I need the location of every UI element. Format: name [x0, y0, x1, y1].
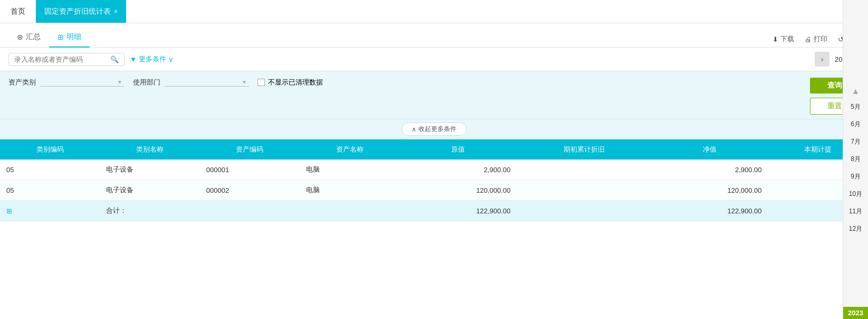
- cell-acc-depreciation: [517, 160, 651, 180]
- cell-asset-code: 000001: [200, 160, 300, 180]
- sidebar-month-7[interactable]: 7月: [843, 139, 868, 151]
- summary-acc-depreciation: [517, 201, 651, 221]
- tab-summary[interactable]: ⊛ 汇总: [8, 27, 49, 48]
- department-label: 使用部门: [133, 78, 160, 87]
- asset-category-select[interactable]: ▼: [40, 78, 125, 87]
- sidebar-month-10[interactable]: 10月: [843, 185, 868, 203]
- home-tab[interactable]: 首页: [0, 0, 36, 23]
- sidebar-month-8[interactable]: 8月: [843, 151, 868, 168]
- cell-asset-code: 000002: [200, 180, 300, 201]
- collapse-label: 收起更多条件: [418, 125, 456, 134]
- dropdown-arrow-icon: ▼: [117, 79, 122, 85]
- sub-tabs-bar: ⊛ 汇总 ⊞ 明细 ⬇ 下载 🖨 打印 ↺ 刷新: [0, 23, 868, 48]
- department-filter: 使用部门 ▼: [133, 78, 249, 87]
- summary-row: ⊞ 合计： 122,900.00 122,900.00: [0, 201, 868, 221]
- collapse-up-icon: ∧: [412, 126, 416, 133]
- tab-close-icon[interactable]: ×: [114, 8, 118, 15]
- dropdown-arrow-icon2: ▼: [242, 79, 247, 85]
- sidebar-month-12[interactable]: 12月: [843, 220, 868, 238]
- search-icon: 🔍: [110, 55, 119, 63]
- hide-cleared-checkbox-wrap[interactable]: 不显示已清理数据: [257, 78, 323, 87]
- collapse-button[interactable]: ∧ 收起更多条件: [402, 123, 466, 136]
- right-sidebar: ▲ 5月 6月 7月 8月 9月 10月 11月 12月 2023: [843, 139, 868, 319]
- summary-label: 合计：: [100, 201, 399, 221]
- print-label: 打印: [814, 34, 827, 44]
- top-nav: 首页 固定资产折旧统计表 × ✕: [0, 0, 868, 23]
- cell-category-code: 05: [0, 160, 100, 180]
- col-category-code: 类别编码: [0, 139, 100, 160]
- download-button[interactable]: ⬇ 下载: [772, 34, 794, 44]
- department-select[interactable]: ▼: [165, 78, 249, 87]
- table-row: 05 电子设备 000002 电脑 120,000.00 120,000.00: [0, 180, 868, 201]
- more-conditions-label: 更多条件: [139, 54, 166, 64]
- asset-category-label: 资产类别: [8, 78, 36, 87]
- filter-row: 资产类别 ▼ 使用部门 ▼ 不显示已清理数据 查询 重置: [0, 71, 868, 119]
- sidebar-year-badge[interactable]: 2023: [843, 307, 868, 319]
- summary-icon: ⊛: [17, 33, 23, 41]
- main-content: 类别编码 类别名称 资产编码 资产名称 原值 期初累计折旧 净值 本期计提 05: [0, 139, 868, 319]
- cell-net-value: 120,000.00: [651, 180, 768, 201]
- summary-icon-cell: ⊞: [0, 201, 100, 221]
- cell-net-value: 2,900.00: [651, 160, 768, 180]
- main-tab[interactable]: 固定资产折旧统计表 ×: [36, 0, 126, 23]
- table-header-row: 类别编码 类别名称 资产编码 资产名称 原值 期初累计折旧 净值 本期计提: [0, 139, 868, 160]
- col-category-name: 类别名称: [100, 139, 199, 160]
- chevron-down-icon: ∨: [168, 55, 174, 63]
- tab-label: 固定资产折旧统计表: [44, 7, 111, 16]
- hide-cleared-label: 不显示已清理数据: [268, 78, 323, 87]
- more-conditions-button[interactable]: ▼ 更多条件 ∨: [130, 54, 174, 64]
- detail-icon: ⊞: [58, 33, 64, 41]
- print-button[interactable]: 🖨 打印: [805, 34, 827, 44]
- cell-category-code: 05: [0, 180, 100, 201]
- tab-detail[interactable]: ⊞ 明细: [49, 27, 90, 48]
- filter-icon: ▼: [130, 55, 137, 63]
- cell-category-name: 电子设备: [100, 160, 199, 180]
- summary-net-value: 122,900.00: [651, 201, 768, 221]
- col-acc-depreciation: 期初累计折旧: [517, 139, 651, 160]
- sidebar-month-11[interactable]: 11月: [843, 203, 868, 220]
- search-bar: 🔍 ▼ 更多条件 ∨ › 2023.01: [0, 48, 868, 71]
- summary-original: 122,900.00: [400, 201, 517, 221]
- table-row: 05 电子设备 000001 电脑 2,900.00 2,900.00: [0, 160, 868, 180]
- asset-category-filter: 资产类别 ▼: [8, 78, 125, 87]
- col-original: 原值: [400, 139, 517, 160]
- sidebar-month-9[interactable]: 9月: [843, 168, 868, 185]
- col-asset-name: 资产名称: [300, 139, 399, 160]
- hide-cleared-checkbox[interactable]: [257, 79, 265, 86]
- cell-asset-name: 电脑: [300, 160, 399, 180]
- cell-acc-depreciation: [517, 180, 651, 201]
- content-area: 类别编码 类别名称 资产编码 资产名称 原值 期初累计折旧 净值 本期计提 05: [0, 139, 868, 319]
- nav-arrow-button[interactable]: ›: [815, 52, 829, 67]
- search-input-wrap: 🔍: [8, 53, 125, 66]
- col-net-value: 净值: [651, 139, 768, 160]
- print-icon: 🖨: [805, 35, 812, 43]
- search-input[interactable]: [14, 55, 107, 63]
- cell-category-name: 电子设备: [100, 180, 199, 201]
- cell-original: 120,000.00: [400, 180, 517, 201]
- data-table: 类别编码 类别名称 资产编码 资产名称 原值 期初累计折旧 净值 本期计提 05: [0, 139, 868, 221]
- tab-detail-label: 明细: [66, 32, 81, 42]
- collapse-bar: ∧ 收起更多条件: [0, 119, 868, 139]
- cell-asset-name: 电脑: [300, 180, 399, 201]
- download-label: 下载: [780, 34, 794, 44]
- cell-original: 2,900.00: [400, 160, 517, 180]
- tab-summary-label: 汇总: [26, 32, 41, 42]
- col-asset-code: 资产编码: [200, 139, 300, 160]
- download-icon: ⬇: [772, 35, 778, 43]
- table-wrap: 类别编码 类别名称 资产编码 资产名称 原值 期初累计折旧 净值 本期计提 05: [0, 139, 868, 319]
